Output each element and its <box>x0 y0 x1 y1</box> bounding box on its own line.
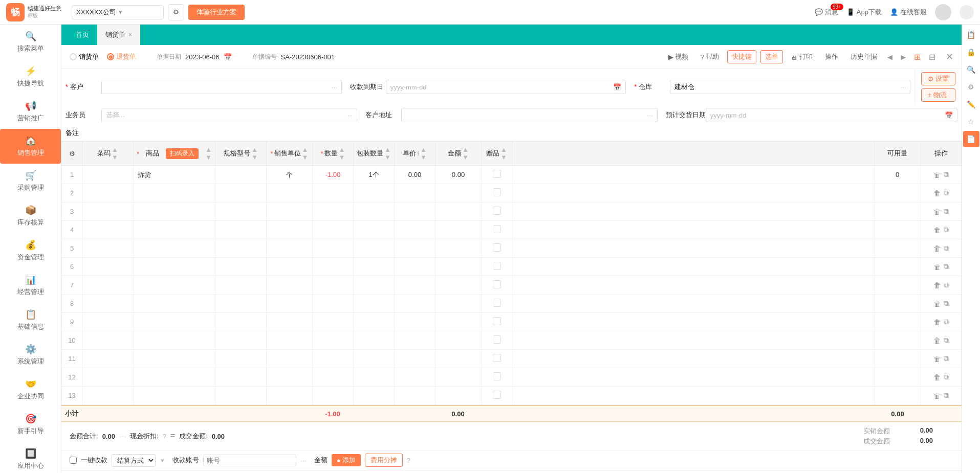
cell-unit-3[interactable] <box>267 221 313 239</box>
rs-edit-icon[interactable]: ✏️ <box>963 96 979 112</box>
cell-spec-1[interactable] <box>215 184 267 202</box>
copy-btn-1[interactable]: ⧉ <box>944 189 949 197</box>
cell-price-6[interactable] <box>395 276 435 295</box>
cell-barcode-6[interactable] <box>82 276 134 295</box>
cell-spec-3[interactable] <box>215 221 267 239</box>
sidebar-item-marketing[interactable]: 📢 营销推广 <box>0 94 61 129</box>
cell-spec-8[interactable] <box>215 313 267 331</box>
sidebar-item-collab[interactable]: 🤝 企业协同 <box>0 372 61 407</box>
cell-goods-3[interactable] <box>134 221 215 239</box>
cell-qty-3[interactable] <box>313 221 354 239</box>
sidebar-item-system[interactable]: ⚙️ 系统管理 <box>0 337 61 372</box>
addr-dots[interactable]: ··· <box>647 111 653 119</box>
payment-date-input[interactable]: yyyy-mm-dd 📅 <box>386 80 626 94</box>
sidebar-item-purchase[interactable]: 🛒 采购管理 <box>0 164 61 198</box>
cell-pkgqty-0[interactable]: 1个 <box>354 166 395 184</box>
cell-pkgqty-9[interactable] <box>354 331 395 350</box>
cell-goods-6[interactable] <box>134 276 215 295</box>
rs-settings-icon[interactable]: ⚙ <box>963 79 979 95</box>
price-sort[interactable]: ▲▼ <box>420 146 427 161</box>
sidebar-item-guide[interactable]: 🎯 新手引导 <box>0 407 61 442</box>
cell-qty-2[interactable] <box>313 202 354 221</box>
delete-btn-9[interactable]: 🗑 <box>933 336 941 345</box>
customer-dots[interactable]: ··· <box>332 83 337 91</box>
customer-addr-input[interactable]: ··· <box>401 108 657 122</box>
pkgqty-sort[interactable]: ▲▼ <box>384 146 391 161</box>
cell-pkgqty-12[interactable] <box>354 387 395 405</box>
cell-gift-9[interactable] <box>482 331 512 350</box>
cell-pkgqty-5[interactable] <box>354 258 395 276</box>
form-close-btn[interactable]: ✕ <box>946 51 953 62</box>
rs-lock-icon[interactable]: 🔒 <box>963 44 979 60</box>
rs-orange-icon[interactable]: 📄 <box>963 131 979 147</box>
sidebar-item-sales[interactable]: 🏠 销售管理 <box>0 129 61 164</box>
calc-method-select[interactable]: 结算方式 <box>112 454 156 467</box>
copy-btn-0[interactable]: ⧉ <box>944 170 949 179</box>
salesman-input[interactable]: 选择... ··· <box>101 108 357 122</box>
cell-amount-4[interactable] <box>435 239 482 258</box>
cell-qty-5[interactable] <box>313 258 354 276</box>
cell-unit-6[interactable] <box>267 276 313 295</box>
cell-goods-12[interactable] <box>134 387 215 405</box>
gift-checkbox-9[interactable] <box>493 335 501 344</box>
cell-unit-1[interactable] <box>267 184 313 202</box>
cell-pkgqty-11[interactable] <box>354 368 395 387</box>
copy-btn-3[interactable]: ⧉ <box>944 226 949 234</box>
expected-date-cal-icon[interactable]: 📅 <box>945 111 953 119</box>
price-help-icon[interactable]: ℹ <box>417 150 419 157</box>
cell-pkgqty-2[interactable] <box>354 202 395 221</box>
cell-amount-7[interactable] <box>435 295 482 313</box>
cell-pkgqty-10[interactable] <box>354 350 395 368</box>
cell-goods-9[interactable] <box>134 331 215 350</box>
delete-btn-10[interactable]: 🗑 <box>933 355 941 363</box>
cell-unit-0[interactable]: 个 <box>267 166 313 184</box>
unit-sort[interactable]: ▲▼ <box>302 146 309 161</box>
cell-goods-11[interactable] <box>134 368 215 387</box>
sidebar-item-inventory[interactable]: 📦 库存核算 <box>0 198 61 233</box>
cell-qty-0[interactable]: -1.00 <box>313 166 354 184</box>
avatar[interactable] <box>935 4 951 20</box>
one-click-checkbox[interactable] <box>70 457 77 464</box>
copy-btn-4[interactable]: ⧉ <box>944 244 949 253</box>
gift-checkbox-11[interactable] <box>493 372 501 380</box>
cell-gift-2[interactable] <box>482 202 512 221</box>
tab-home[interactable]: 首页 <box>68 25 97 45</box>
operate-btn[interactable]: 操作 <box>821 51 842 63</box>
cell-price-2[interactable] <box>395 202 435 221</box>
account-input[interactable] <box>203 455 296 466</box>
cell-spec-5[interactable] <box>215 258 267 276</box>
add-payment-btn[interactable]: ● 添加 <box>332 454 361 466</box>
cell-spec-2[interactable] <box>215 202 267 221</box>
delete-btn-11[interactable]: 🗑 <box>933 373 941 381</box>
radio-sales-order[interactable]: 销货单 <box>70 52 99 61</box>
cell-price-5[interactable] <box>395 258 435 276</box>
message-btn[interactable]: 💬 消息 99+ <box>815 8 838 17</box>
cell-barcode-10[interactable] <box>82 350 134 368</box>
cell-goods-0[interactable]: 拆货 <box>134 166 215 184</box>
cell-price-8[interactable] <box>395 313 435 331</box>
qty-sort[interactable]: ▲▼ <box>339 146 345 161</box>
cell-qty-4[interactable] <box>313 239 354 258</box>
discount-help-icon[interactable]: ? <box>163 433 166 440</box>
cell-barcode-8[interactable] <box>82 313 134 331</box>
setting-button[interactable]: ⚙ 设置 <box>921 72 955 85</box>
gift-checkbox-12[interactable] <box>493 391 501 399</box>
history-btn[interactable]: 历史单据 <box>846 51 881 63</box>
cell-spec-0[interactable] <box>215 166 267 184</box>
gift-checkbox-7[interactable] <box>493 299 501 307</box>
spec-sort[interactable]: ▲▼ <box>251 146 258 161</box>
copy-btn-11[interactable]: ⧉ <box>944 373 949 381</box>
cell-barcode-9[interactable] <box>82 331 134 350</box>
cell-qty-12[interactable] <box>313 387 354 405</box>
cell-barcode-12[interactable] <box>82 387 134 405</box>
cell-goods-7[interactable] <box>134 295 215 313</box>
cell-qty-10[interactable] <box>313 350 354 368</box>
shortcut-btn[interactable]: 快捷键 <box>727 50 756 63</box>
barcode-sort[interactable]: ▲▼ <box>112 146 118 161</box>
gift-checkbox-2[interactable] <box>493 207 501 215</box>
cell-gift-11[interactable] <box>482 368 512 387</box>
cell-goods-5[interactable] <box>134 258 215 276</box>
cell-gift-8[interactable] <box>482 313 512 331</box>
avatar2[interactable] <box>960 5 974 19</box>
cell-price-0[interactable]: 0.00 <box>395 166 435 184</box>
